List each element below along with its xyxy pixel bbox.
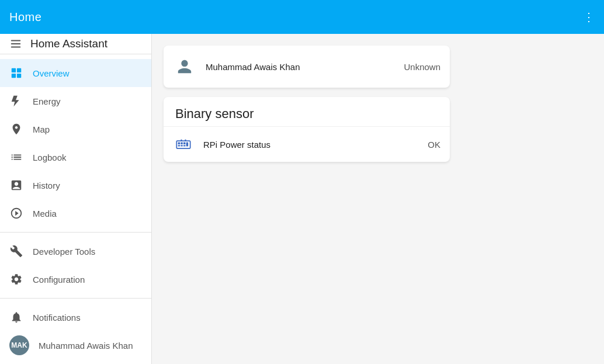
- overview-icon: [9, 66, 23, 80]
- sidebar-item-energy[interactable]: Energy: [0, 87, 151, 115]
- gear-icon: [9, 272, 23, 286]
- sidebar-bottom: Notifications MAK Muhammad Awais Khan: [0, 298, 151, 364]
- sidebar-item-label-map: Map: [33, 124, 50, 134]
- svg-rect-5: [12, 74, 16, 78]
- svg-rect-16: [185, 140, 186, 141]
- hamburger-menu-icon[interactable]: [9, 37, 22, 50]
- app-title: Home Assistant: [30, 37, 107, 50]
- map-icon: [9, 122, 23, 136]
- page-title: Home: [9, 11, 41, 24]
- sidebar-divider-1: [0, 232, 151, 233]
- logbook-icon: [9, 150, 23, 164]
- svg-rect-14: [186, 143, 189, 147]
- sidebar-item-label-notifications: Notifications: [33, 313, 81, 323]
- person-card: Muhammad Awais Khan Unknown: [164, 46, 450, 88]
- media-icon: [9, 206, 23, 220]
- rpi-power-icon: [173, 134, 194, 155]
- sidebar-item-overview[interactable]: Overview: [0, 59, 151, 87]
- svg-rect-10: [183, 143, 186, 145]
- sidebar-item-label-energy: Energy: [33, 96, 61, 106]
- svg-rect-6: [17, 74, 21, 78]
- svg-rect-9: [180, 143, 183, 145]
- history-icon: [9, 178, 23, 192]
- svg-rect-15: [180, 140, 182, 141]
- svg-rect-11: [178, 145, 180, 146]
- sidebar-item-label-logbook: Logbook: [33, 152, 67, 162]
- person-name: Muhammad Awais Khan: [206, 62, 394, 72]
- sidebar-item-label-configuration: Configuration: [33, 275, 85, 285]
- sidebar-item-history[interactable]: History: [0, 171, 151, 199]
- sidebar-item-label-history: History: [33, 181, 60, 190]
- sidebar-item-label-developer-tools: Developer Tools: [33, 247, 95, 256]
- person-icon: [173, 55, 196, 78]
- sidebar-item-developer-tools[interactable]: Developer Tools: [0, 237, 151, 265]
- sensor-name: RPi Power status: [203, 140, 418, 150]
- svg-rect-2: [11, 47, 21, 48]
- sidebar-item-label-overview: Overview: [33, 68, 70, 78]
- sidebar-item-media[interactable]: Media: [0, 199, 151, 227]
- wrench-icon: [9, 244, 23, 258]
- sidebar-item-user[interactable]: MAK Muhammad Awais Khan: [0, 331, 151, 359]
- sidebar-item-label-user: Muhammad Awais Khan: [39, 341, 133, 351]
- sidebar: Home Assistant Overview: [0, 34, 152, 364]
- app-header: Home ⋮: [0, 0, 604, 34]
- sensor-row: RPi Power status OK: [164, 126, 450, 162]
- svg-rect-0: [11, 40, 21, 41]
- header-more-options-icon[interactable]: ⋮: [583, 10, 595, 24]
- person-status: Unknown: [404, 62, 440, 72]
- binary-sensor-title: Binary sensor: [164, 97, 450, 126]
- svg-rect-4: [17, 68, 21, 72]
- svg-rect-8: [178, 143, 180, 145]
- svg-rect-13: [183, 145, 186, 146]
- binary-sensor-card: Binary sensor R: [164, 97, 450, 162]
- svg-rect-1: [11, 43, 21, 44]
- person-card-row: Muhammad Awais Khan Unknown: [164, 46, 450, 88]
- sidebar-item-notifications[interactable]: Notifications: [0, 303, 151, 331]
- avatar: MAK: [9, 335, 29, 355]
- sidebar-item-map[interactable]: Map: [0, 115, 151, 143]
- svg-rect-12: [180, 145, 183, 146]
- bell-icon: [9, 310, 23, 324]
- sensor-status: OK: [428, 140, 440, 150]
- sidebar-item-label-media: Media: [33, 209, 57, 219]
- sidebar-item-configuration[interactable]: Configuration: [0, 265, 151, 293]
- svg-rect-3: [12, 68, 16, 72]
- sidebar-logo: Home Assistant: [0, 34, 151, 54]
- sidebar-item-logbook[interactable]: Logbook: [0, 143, 151, 171]
- energy-icon: [9, 94, 23, 108]
- main-content: Muhammad Awais Khan Unknown Binary senso…: [152, 34, 604, 364]
- app-layout: Home Assistant Overview: [0, 34, 604, 364]
- sidebar-nav: Overview Energy Map: [0, 54, 151, 298]
